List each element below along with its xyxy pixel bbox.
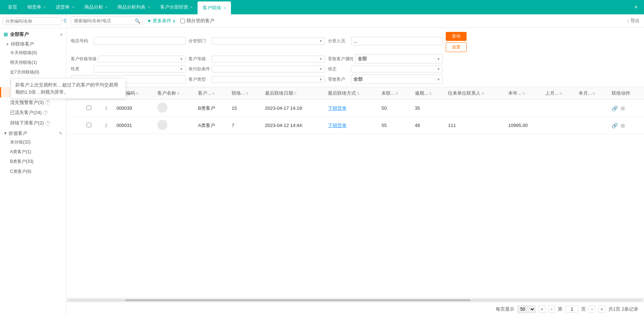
value-customers-edit-icon[interactable]: ✎ [59, 131, 62, 136]
close-sales-tab[interactable]: × [43, 5, 46, 9]
filter-status: 状态 ▼ [328, 66, 443, 72]
row-name-cell [154, 117, 195, 134]
row-checkbox[interactable] [87, 105, 91, 110]
row-checkbox-cell [83, 117, 99, 134]
tab-sales[interactable]: 销货单 × [22, 0, 51, 14]
row-link-icon[interactable]: 🔗 [612, 123, 618, 128]
retail-attr-select[interactable]: 全部 ▼ [355, 54, 443, 63]
col-this-year[interactable]: 本年...⇅ [505, 87, 542, 100]
contact-method-link[interactable]: 下销货单 [328, 105, 347, 111]
already-lost-info-icon[interactable]: ? [43, 110, 48, 115]
export-btn[interactable]: ↑ 导出 [627, 18, 640, 24]
sidebar-item-tomorrow[interactable]: 明天待联络(1) [0, 58, 66, 67]
sidebar-item-already-lost[interactable]: 已流失客户(24) ? [0, 108, 66, 118]
persistent-down-info-icon[interactable]: ? [45, 121, 50, 126]
advanced-filters: 电话号码 分管部门 ▼ 分管人员 ... [66, 28, 644, 87]
page-number-input[interactable] [565, 306, 578, 313]
price-level-select[interactable]: ▼ [98, 56, 186, 62]
row-link-icon[interactable]: 🔗 [612, 105, 618, 111]
payment-select[interactable]: ▼ [212, 66, 325, 72]
table-row: 1 000039 B类客户 15 2023-04-17 14:19: 下销货单 … [66, 100, 644, 117]
horizontal-scrollbar[interactable] [66, 298, 644, 302]
close-analysis-tab[interactable]: × [105, 5, 107, 9]
col-customer-name[interactable]: 客户名称⇅ [154, 87, 195, 100]
customer-level-select[interactable]: ▼ [212, 56, 325, 62]
col-uncontacted[interactable]: 未联...⇅ [378, 87, 411, 100]
scrollbar-thumb[interactable] [125, 299, 470, 301]
col-overdue[interactable]: 逾期...⇅ [411, 87, 445, 100]
loss-warning-info-icon[interactable]: ? [45, 100, 50, 105]
sidebar-collapse-icon[interactable]: » [60, 32, 62, 37]
col-customer-category[interactable]: 客户...⇅ [194, 87, 228, 100]
last-page-btn[interactable]: » [598, 306, 606, 313]
row-settings-cell [66, 100, 83, 117]
col-last-contact-date[interactable]: 最后联络日期⇅ [261, 87, 324, 100]
close-analysis-list-tab[interactable]: × [148, 5, 150, 9]
sidebar-value-customers-group[interactable]: ▼ 价值客户 ✎ [0, 128, 66, 137]
tab-purchase[interactable]: 进货单 × [51, 0, 79, 14]
tab-home[interactable]: 首页 [3, 0, 22, 14]
col-this-month[interactable]: 本月...⇅ [575, 87, 608, 100]
row-action-icons: 🔗 ⊞ [612, 105, 640, 111]
row-checkbox[interactable] [87, 123, 91, 127]
content-area: 🔍 ▼ 更多条件 ∧ 我分管的客户 ↑ 导出 电话号码 [66, 14, 644, 316]
col-last-month[interactable]: 上月...⇅ [542, 87, 575, 100]
close-purchase-tab[interactable]: × [72, 5, 74, 9]
row-this-year-cell [505, 100, 542, 117]
next-page-btn[interactable]: › [589, 306, 595, 313]
row-grid-icon[interactable]: ⊞ [621, 105, 625, 111]
set-button[interactable]: 设置 [446, 42, 467, 52]
row-last-month-cell [542, 100, 575, 117]
scrollbar-track[interactable] [68, 299, 643, 301]
sidebar-group-pending[interactable]: ▼ 待联络客户 [0, 39, 66, 48]
row-grid-icon[interactable]: ⊞ [621, 123, 625, 128]
contact-method-link[interactable]: 下销货单 [328, 123, 347, 128]
dept-select[interactable]: ▼ [212, 38, 325, 44]
row-contact-cell: 7 [228, 117, 261, 134]
first-page-btn[interactable]: « [538, 306, 546, 313]
row-num-cell: 1 [99, 100, 113, 117]
retail-attr-arrow: ▼ [437, 57, 440, 61]
close-customer-tier-tab[interactable]: × [190, 5, 193, 9]
sidebar-item-persistent-down[interactable]: 持续下滑客户(2) ? [0, 118, 66, 128]
person-select[interactable]: ... [351, 37, 443, 45]
close-customer-contact-tab[interactable]: × [223, 6, 226, 10]
sidebar-search-input[interactable] [3, 17, 62, 25]
my-customers-checkbox-label[interactable]: 我分管的客户 [180, 18, 214, 24]
my-customers-checkbox[interactable] [180, 19, 185, 23]
chevron-down-icon: ∧ [172, 18, 176, 24]
filter-payment: 收付款条件 ▼ [189, 66, 325, 72]
sidebar-item-class-c[interactable]: C类客户(6) [0, 167, 66, 176]
export-icon: ↑ [627, 18, 630, 24]
sidebar-search-icon[interactable]: 🔍 [63, 19, 66, 24]
status-select[interactable]: ▼ [351, 66, 443, 72]
sidebar-item-class-a[interactable]: A类客户(1) [0, 147, 66, 157]
tab-analysis[interactable]: 商品分析 × [79, 0, 112, 14]
sidebar-item-ungrouped[interactable]: 未分组(32) [0, 137, 66, 147]
tab-customer-tier[interactable]: 客户分层经营 × [155, 0, 198, 14]
action-buttons: 查询 设置 [446, 30, 467, 52]
more-conditions-btn[interactable]: ▼ 更多条件 ∧ [145, 16, 178, 25]
customer-type-select[interactable]: ▼ [212, 76, 325, 83]
col-last-contact-method[interactable]: 最后联络方式⇅ [324, 87, 378, 100]
query-button[interactable]: 查询 [446, 32, 467, 41]
phone-input[interactable] [94, 37, 186, 45]
close-all-tabs[interactable]: × [631, 4, 641, 10]
sidebar-item-class-b[interactable]: B类客户(33) [0, 157, 66, 166]
filter-icon: ▼ [147, 18, 152, 24]
sidebar-item-7days[interactable]: 近7天待联络(0) [0, 67, 66, 77]
customer-level-arrow: ▼ [319, 57, 323, 61]
sidebar-item-today[interactable]: 今天待联络(0) [0, 48, 66, 58]
gender-select[interactable]: ▼ [94, 66, 186, 72]
col-contact[interactable]: 联络...⇅ [228, 87, 261, 100]
sidebar-item-loss-warning[interactable]: 流失预警客户(3) ? [0, 98, 66, 108]
main-search-icon[interactable]: 🔍 [135, 18, 140, 24]
per-page-select[interactable]: 50 100 [517, 305, 536, 313]
tab-customer-contact[interactable]: 客户联络 × [198, 1, 231, 14]
prev-page-btn[interactable]: ‹ [548, 306, 555, 313]
main-search-input[interactable] [71, 16, 143, 25]
tab-analysis-list[interactable]: 商品分析列表 × [112, 0, 155, 14]
col-historical-contact[interactable]: 往来单位联系人⇅ [444, 87, 505, 100]
retail-customer-select[interactable]: 全部 ▼ [351, 75, 443, 84]
row-code-cell: 000039 [113, 100, 154, 117]
